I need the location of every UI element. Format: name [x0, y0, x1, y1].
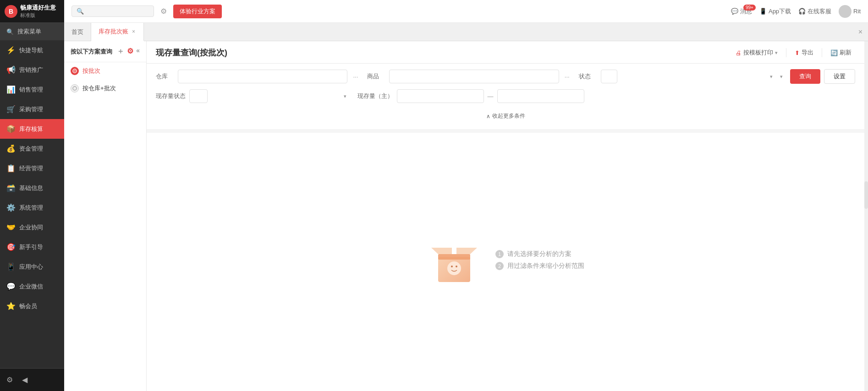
sidebar-search-label: 搜索菜单 — [17, 27, 41, 36]
sidebar-item-basic[interactable]: 🗃️ 基础信息 — [0, 178, 64, 198]
svg-point-6 — [451, 266, 453, 267]
stock-qty-max-input[interactable] — [497, 89, 584, 103]
add-plan-icon[interactable]: ＋ — [117, 47, 124, 56]
warehouse-label: 仓库 — [156, 72, 174, 81]
quick-nav-icon: ⚡ — [6, 46, 16, 54]
topbar-search-input[interactable] — [87, 8, 137, 15]
plan-item-batch[interactable]: 按批次 — [64, 62, 146, 80]
print-btn[interactable]: 🖨 按模板打印 ▾ — [732, 47, 781, 59]
message-icon: 💬 — [731, 8, 738, 15]
collapse-label: 收起更多条件 — [492, 112, 525, 120]
online-service-btn[interactable]: 🎧 在线客服 — [798, 7, 831, 16]
tab-home[interactable]: 首页 — [64, 23, 91, 41]
refresh-icon: 🔄 — [830, 49, 838, 56]
print-icon: 🖨 — [736, 49, 742, 56]
status-dropdown-icon[interactable]: ▾ — [780, 74, 783, 80]
topbar-search-box[interactable]: 🔍 — [71, 5, 154, 17]
message-btn[interactable]: 💬 消息 99+ — [731, 7, 752, 16]
sidebar-item-marketing[interactable]: 📢 营销推广 — [0, 60, 64, 80]
home-tab-label: 首页 — [71, 28, 83, 36]
empty-illustration — [427, 234, 482, 290]
plan-item-warehouse-batch[interactable]: 按仓库+批次 — [64, 80, 146, 97]
sidebar-item-member[interactable]: ⭐ 畅会员 — [0, 296, 64, 316]
content-area: 按以下方案查询 ＋ ⚙ « 按批次 按仓库+批次 — [64, 41, 868, 391]
sidebar-item-label: 系统管理 — [19, 204, 43, 212]
finance-icon: 💰 — [6, 144, 16, 153]
sidebar-item-sales[interactable]: 📊 销售管理 — [0, 80, 64, 99]
sidebar-item-finance[interactable]: 💰 资金管理 — [0, 139, 64, 158]
tab-close-btn[interactable]: × — [131, 28, 136, 35]
sidebar-item-search[interactable]: 🔍 搜索菜单 — [0, 23, 64, 40]
topbar-search-icon: 🔍 — [77, 8, 84, 15]
status-select[interactable] — [601, 70, 617, 83]
panel-close-btn[interactable]: × — [853, 23, 868, 41]
plan-settings-icon[interactable]: ⚙ — [127, 47, 133, 56]
left-panel-header: 按以下方案查询 ＋ ⚙ « — [64, 41, 146, 62]
collapse-sidebar-icon[interactable]: ◀ — [22, 375, 27, 384]
app-download-label: App下载 — [769, 7, 791, 16]
topbar-gear-icon[interactable]: ⚙ — [159, 5, 169, 17]
product-input[interactable] — [389, 70, 559, 83]
right-scrollbar — [864, 41, 868, 391]
action-buttons: 查询 设置 — [790, 69, 855, 84]
right-panel: 现存量查询(按批次) 🖨 按模板打印 ▾ ⬆ 导出 — [147, 41, 864, 391]
status-select-wrap — [601, 70, 776, 83]
sidebar-item-label: 营销推广 — [19, 66, 43, 74]
sidebar-item-newbie[interactable]: 🎯 新手引导 — [0, 237, 64, 257]
topbar-right: 💬 消息 99+ 📱 App下载 🎧 在线客服 Rit — [731, 5, 861, 18]
step2-num: 2 — [495, 262, 504, 270]
sidebar-item-enterprise[interactable]: 🤝 企业协同 — [0, 217, 64, 237]
sidebar-item-inventory[interactable]: 📦 库存核算 — [0, 119, 64, 139]
collapse-more-btn[interactable]: ∧ 收起更多条件 — [156, 109, 855, 124]
svg-point-7 — [456, 266, 457, 267]
experience-btn[interactable]: 体验行业方案 — [173, 5, 222, 18]
query-btn[interactable]: 查询 — [790, 69, 820, 84]
stock-qty-min-input[interactable] — [397, 89, 484, 103]
tab-inventory-batch[interactable]: 库存批次账 × — [91, 23, 144, 41]
divider-1 — [786, 48, 786, 57]
filter-bar: 仓库 ··· 商品 ··· 状态 — [147, 64, 864, 129]
stock-status-select[interactable] — [189, 89, 208, 103]
sidebar-item-wechat[interactable]: 💬 企业微信 — [0, 277, 64, 296]
plan-dot-inactive — [71, 84, 79, 92]
marketing-icon: 📢 — [6, 65, 16, 74]
page-title: 现存量查询(按批次) — [156, 47, 732, 58]
sidebar-item-label: 快捷导航 — [19, 46, 43, 54]
wechat-icon: 💬 — [6, 282, 16, 291]
inventory-icon: 📦 — [6, 125, 16, 133]
stock-qty-filter: 现存量（主） — — [357, 89, 584, 103]
plan-dot-active — [71, 67, 79, 75]
right-scrollbar-thumb — [864, 181, 868, 209]
product-more-btn[interactable]: ··· — [563, 71, 571, 82]
print-label: 按模板打印 — [743, 49, 773, 57]
sidebar-item-label: 采购管理 — [19, 105, 43, 114]
sidebar-item-purchase[interactable]: 🛒 采购管理 — [0, 99, 64, 119]
system-icon: ⚙️ — [6, 203, 16, 212]
app-download-btn[interactable]: 📱 App下载 — [759, 7, 791, 16]
left-panel-title: 按以下方案查询 — [71, 48, 112, 56]
divider-2 — [822, 48, 822, 57]
warehouse-more-btn[interactable]: ··· — [351, 71, 360, 82]
print-dropdown-icon[interactable]: ▾ — [775, 50, 778, 56]
collapse-panel-icon[interactable]: « — [136, 47, 140, 56]
sidebar-item-label: 应用中心 — [19, 263, 43, 271]
step1-text: 请先选择要分析的方案 — [507, 250, 571, 258]
member-icon: ⭐ — [6, 302, 16, 310]
search-icon: 🔍 — [6, 28, 14, 35]
plan-label-warehouse-batch: 按仓库+批次 — [82, 84, 116, 92]
plan-label-batch: 按批次 — [82, 67, 100, 75]
sidebar-item-operation[interactable]: 📋 经营管理 — [0, 158, 64, 178]
export-btn[interactable]: ⬆ 导出 — [791, 47, 817, 59]
user-menu[interactable]: Rit — [839, 5, 861, 18]
user-name: Rit — [853, 8, 861, 15]
sidebar-item-system[interactable]: ⚙️ 系统管理 — [0, 198, 64, 217]
sidebar-item-quick-nav[interactable]: ⚡ 快捷导航 — [0, 40, 64, 60]
warehouse-input[interactable] — [178, 70, 347, 83]
enterprise-icon: 🤝 — [6, 223, 16, 232]
warehouse-filter: 仓库 ··· — [156, 70, 360, 83]
refresh-btn[interactable]: 🔄 刷新 — [827, 47, 855, 59]
sidebar: B 畅康通好生意 标准版 🔍 搜索菜单 ⚡ 快捷导航 📢 营销推广 📊 销售管理… — [0, 0, 64, 391]
settings-bottom-icon[interactable]: ⚙ — [6, 375, 13, 384]
settings-btn[interactable]: 设置 — [824, 69, 855, 84]
sidebar-item-app-center[interactable]: 📱 应用中心 — [0, 257, 64, 277]
